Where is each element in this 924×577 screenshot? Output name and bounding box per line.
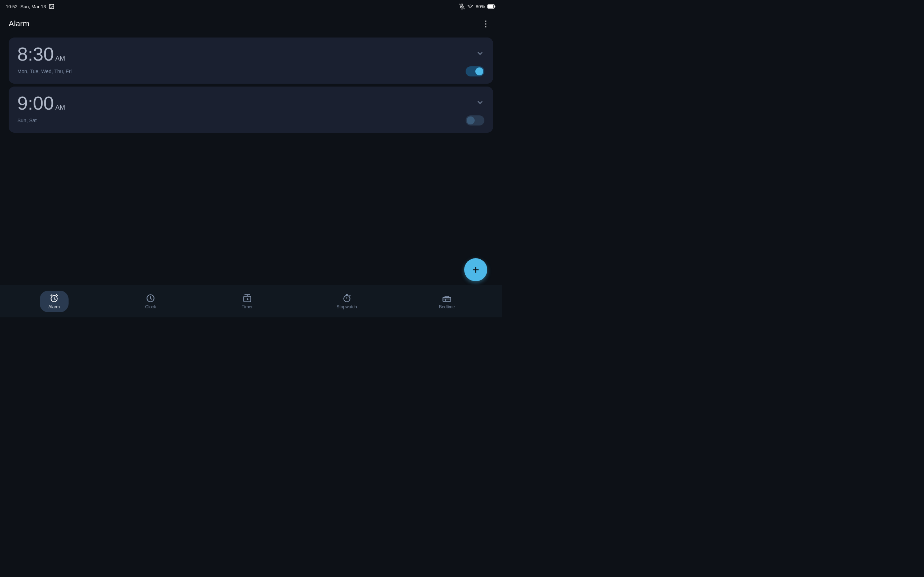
tab-timer[interactable]: Timer <box>233 291 262 312</box>
svg-rect-8 <box>488 5 493 8</box>
tab-alarm[interactable]: Alarm <box>40 291 69 312</box>
stopwatch-nav-icon <box>342 293 352 303</box>
alarm-list: 8:30 AM Mon, Tue, Wed, Thu, Fri 9:00 AM <box>0 35 502 139</box>
alarm-2-toggle[interactable] <box>465 115 485 126</box>
add-alarm-icon: + <box>472 264 479 276</box>
alarm-1-time: 8:30 AM <box>17 45 65 63</box>
clock-nav-icon <box>146 293 155 303</box>
alarm-2-time: 9:00 AM <box>17 94 65 113</box>
alarm-1-expand-button[interactable] <box>476 49 485 60</box>
overflow-menu-button[interactable]: ⋮ <box>478 17 493 30</box>
alarm-2-days: Sun, Sat <box>17 118 37 123</box>
svg-rect-19 <box>445 296 449 297</box>
battery-status: 80% <box>476 4 485 10</box>
tab-bedtime-label: Bedtime <box>439 305 455 309</box>
status-bar-right: 80% <box>459 3 496 10</box>
wifi-icon <box>467 3 473 10</box>
alarm-1-ampm: AM <box>55 55 65 62</box>
svg-point-1 <box>50 5 51 6</box>
tab-bedtime[interactable]: Bedtime <box>432 291 462 312</box>
alarm-2-ampm: AM <box>55 104 65 111</box>
bottom-navigation: Alarm Clock Timer Stopwatch <box>0 285 502 318</box>
gallery-icon <box>49 3 55 10</box>
bedtime-nav-icon <box>442 293 452 303</box>
svg-line-10 <box>51 294 52 295</box>
status-bar-left: 10:52 Sun, Mar 13 <box>6 3 55 10</box>
svg-rect-7 <box>494 5 496 7</box>
tab-stopwatch[interactable]: Stopwatch <box>330 291 364 312</box>
svg-point-14 <box>344 295 350 301</box>
alarm-nav-icon <box>50 293 59 303</box>
add-alarm-button[interactable]: + <box>464 258 487 281</box>
alarm-1-toggle[interactable] <box>465 66 485 76</box>
alarm-1-days: Mon, Tue, Wed, Thu, Fri <box>17 69 71 74</box>
alarm-1-hour: 8:30 <box>17 45 54 63</box>
mute-icon <box>459 3 465 10</box>
alarm-card-1[interactable]: 8:30 AM Mon, Tue, Wed, Thu, Fri <box>9 37 493 84</box>
svg-line-11 <box>56 294 57 295</box>
tab-clock-label: Clock <box>145 305 156 309</box>
alarm-2-hour: 9:00 <box>17 94 54 113</box>
tab-timer-label: Timer <box>242 305 253 309</box>
alarm-2-expand-button[interactable] <box>476 98 485 108</box>
tab-alarm-label: Alarm <box>48 305 60 309</box>
status-time: 10:52 <box>6 4 18 10</box>
timer-nav-icon <box>242 293 252 303</box>
tab-clock[interactable]: Clock <box>136 291 165 312</box>
app-header: Alarm ⋮ <box>0 13 502 35</box>
status-date: Sun, Mar 13 <box>21 4 46 10</box>
tab-stopwatch-label: Stopwatch <box>337 305 357 309</box>
svg-line-17 <box>349 295 350 296</box>
status-bar: 10:52 Sun, Mar 13 80% <box>0 0 502 13</box>
alarm-card-2[interactable]: 9:00 AM Sun, Sat <box>9 87 493 133</box>
page-title: Alarm <box>9 19 29 29</box>
battery-icon <box>487 4 496 9</box>
